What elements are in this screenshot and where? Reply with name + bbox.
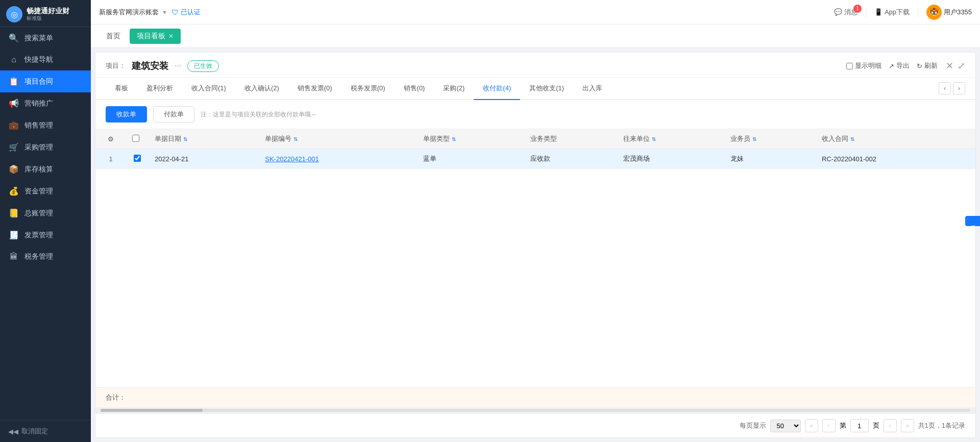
sub-tab-盈利分析[interactable]: 盈利分析 — [137, 78, 182, 100]
show-detail-checkbox[interactable]: 显示明细 — [846, 61, 881, 70]
receipt-single-button[interactable]: 收款单 — [106, 106, 147, 122]
table-row[interactable]: 1 2022-04-21 SK-20220421-001 蓝单 应收款 宏茂商场… — [95, 149, 975, 169]
table-header-date[interactable]: 单据日期⇅ — [149, 129, 259, 149]
table-settings-icon[interactable]: ⚙ — [95, 129, 126, 149]
sidebar-item-总账管理[interactable]: 📒总账管理 — [0, 202, 91, 224]
receipt-note: 注：这里是与项目关联的全部收付款单哦～ — [201, 110, 317, 119]
tab-close-icon[interactable]: ✕ — [168, 33, 174, 40]
shield-icon: 🛡 — [172, 8, 179, 16]
sub-tab-税务发票(0)[interactable]: 税务发票(0) — [341, 78, 395, 100]
certified-badge: 🛡 已认证 — [172, 8, 201, 17]
sub-tab-prev-arrow[interactable]: ‹ — [939, 82, 951, 94]
row-type: 蓝单 — [417, 149, 524, 169]
nav-icon: 🛒 — [8, 142, 19, 152]
horizontal-scrollbar[interactable] — [95, 407, 975, 413]
sidebar-item-资金管理[interactable]: 💰资金管理 — [0, 180, 91, 202]
nav-label: 营销推广 — [24, 99, 53, 108]
sub-tab-销售(0)[interactable]: 销售(0) — [395, 78, 434, 100]
scrollbar-track — [101, 409, 970, 412]
payment-single-button[interactable]: 付款单 — [153, 106, 194, 122]
close-window-icon[interactable]: ✕ — [946, 60, 953, 71]
row-date: 2022-04-21 — [149, 149, 259, 169]
project-more-button[interactable]: ··· — [175, 61, 181, 70]
refresh-button[interactable]: ↻ 刷新 — [917, 61, 938, 70]
nav-label: 发票管理 — [24, 231, 53, 240]
row-contract: RC-20220401-002 — [816, 149, 975, 169]
sidebar-item-采购管理[interactable]: 🛒采购管理 — [0, 136, 91, 158]
nav-label: 快捷导航 — [24, 55, 53, 64]
next-page-button[interactable]: › — [884, 419, 897, 432]
nav-label: 库存核算 — [24, 165, 53, 174]
sidebar-item-营销推广[interactable]: 📢营销推广 — [0, 92, 91, 114]
nav-label: 搜索菜单 — [24, 34, 53, 43]
project-label: 项目： — [106, 61, 126, 70]
table-container: ⚙ 单据日期⇅ 单据编号⇅ 单据类型⇅ 业务类型 往来单位⇅ 业务员⇅ 收入合同… — [95, 129, 975, 387]
select-all-checkbox[interactable] — [132, 135, 139, 142]
nav-icon: 💰 — [8, 186, 19, 196]
first-page-button[interactable]: « — [805, 419, 818, 432]
scrollbar-thumb[interactable] — [101, 409, 203, 412]
sub-tab-next-arrow[interactable]: › — [953, 82, 965, 94]
message-button[interactable]: 💬 消息 1 — [834, 8, 857, 17]
show-detail-input[interactable] — [846, 63, 853, 69]
sub-tab-看板[interactable]: 看板 — [106, 78, 137, 100]
tab-project-board-label: 项目看板 — [137, 32, 165, 41]
sidebar-item-库存核算[interactable]: 📦库存核算 — [0, 158, 91, 180]
sub-tab-收入合同(1)[interactable]: 收入合同(1) — [182, 78, 235, 100]
sub-tab-出入库[interactable]: 出入库 — [573, 78, 611, 100]
sidebar: ◎ 畅捷通好业财 标准版 🔍搜索菜单⌂快捷导航📋项目合同📢营销推广💼销售管理🛒采… — [0, 0, 91, 442]
row-checkbox[interactable] — [134, 155, 141, 162]
nav-label: 资金管理 — [24, 187, 53, 196]
table-header-salesperson[interactable]: 业务员⇅ — [724, 129, 816, 149]
account-chevron-icon: ▼ — [162, 9, 167, 15]
page-input[interactable] — [850, 419, 869, 432]
nav-icon: 📢 — [8, 99, 19, 108]
account-selector[interactable]: 新服务官网演示账套 ▼ — [99, 8, 167, 17]
sub-tab-收付款(4)[interactable]: 收付款(4) — [474, 78, 520, 100]
export-button[interactable]: ↗ 导出 — [889, 61, 910, 70]
row-index: 1 — [95, 149, 126, 169]
nav-icon: ⌂ — [8, 55, 19, 64]
table-header-code[interactable]: 单据编号⇅ — [259, 129, 416, 149]
table-header-biz-type: 业务类型 — [524, 129, 617, 149]
page-label: 第 — [840, 421, 846, 430]
sidebar-item-快捷导航[interactable]: ⌂快捷导航 — [0, 49, 91, 70]
feedback-button[interactable]: 反馈 — [965, 216, 980, 226]
nav-icon: 📦 — [8, 164, 19, 174]
per-page-select[interactable]: 50 100 200 — [770, 420, 801, 432]
sub-tab-销售发票(0)[interactable]: 销售发票(0) — [288, 78, 341, 100]
tab-home-label: 首页 — [106, 32, 120, 41]
row-code[interactable]: SK-20220421-001 — [259, 149, 416, 169]
export-icon: ↗ — [889, 62, 894, 70]
sidebar-item-税务管理[interactable]: 🏛税务管理 — [0, 246, 91, 267]
tab-project-board[interactable]: 项目看板 ✕ — [130, 29, 181, 44]
sub-tab-收入确认(2)[interactable]: 收入确认(2) — [235, 78, 288, 100]
sub-tab-其他收支(1)[interactable]: 其他收支(1) — [520, 78, 573, 100]
tab-home[interactable]: 首页 — [99, 29, 128, 44]
last-page-button[interactable]: » — [901, 419, 914, 432]
sub-tab-采购(2)[interactable]: 采购(2) — [434, 78, 474, 100]
logo-icon: ◎ — [6, 6, 22, 22]
receipt-subheader: 收款单 付款单 注：这里是与项目关联的全部收付款单哦～ — [95, 100, 975, 129]
user-profile-button[interactable]: 🐯 用户3355 — [926, 5, 972, 20]
table-header-partner[interactable]: 往来单位⇅ — [617, 129, 724, 149]
cancel-pin-button[interactable]: ◀◀ 取消固定 — [0, 420, 91, 442]
sidebar-item-搜索菜单[interactable]: 🔍搜索菜单 — [0, 27, 91, 49]
sidebar-item-销售管理[interactable]: 💼销售管理 — [0, 114, 91, 136]
nav-label: 总账管理 — [24, 209, 53, 218]
table-header-contract[interactable]: 收入合同⇅ — [816, 129, 975, 149]
table-header-row: ⚙ 单据日期⇅ 单据编号⇅ 单据类型⇅ 业务类型 往来单位⇅ 业务员⇅ 收入合同… — [95, 129, 975, 149]
app-download-button[interactable]: 📱 App下载 — [874, 8, 910, 17]
sidebar-item-发票管理[interactable]: 🧾发票管理 — [0, 224, 91, 246]
expand-window-icon[interactable]: ⤢ — [958, 60, 965, 71]
prev-page-button[interactable]: ‹ — [822, 419, 836, 432]
nav-label: 项目合同 — [24, 77, 53, 86]
total-info: 共1页，1条记录 — [918, 421, 965, 430]
project-status-badge: 已生效 — [187, 60, 219, 72]
project-name: 建筑安装 — [132, 60, 168, 72]
pin-icon: ◀◀ — [8, 428, 18, 435]
table-header-type[interactable]: 单据类型⇅ — [417, 129, 524, 149]
nav-icon: 📒 — [8, 208, 19, 218]
sidebar-item-项目合同[interactable]: 📋项目合同 — [0, 70, 91, 92]
topbar-divider — [866, 7, 866, 17]
